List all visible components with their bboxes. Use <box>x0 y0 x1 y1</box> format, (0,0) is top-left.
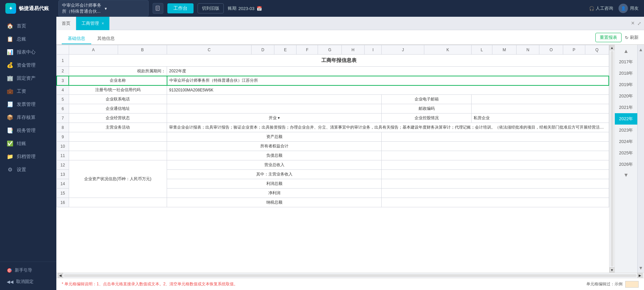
avatar: 👤 <box>619 4 628 13</box>
sidebar-label-tax: 税务管理 <box>17 128 36 134</box>
v-scroll-track[interactable] <box>611 51 613 267</box>
tax-value[interactable] <box>382 198 609 207</box>
col-header-k: K <box>424 45 472 55</box>
table-row: 9 资产总额 <box>57 132 609 142</box>
sidebar-item-settings[interactable]: ⚙ 设置 <box>0 163 56 176</box>
window-close-icon[interactable]: × <box>631 20 635 27</box>
support-button[interactable]: 🎧 人工咨询 <box>589 5 613 11</box>
table-row: 16 纳税总额 <box>57 198 609 207</box>
sidebar-item-home[interactable]: 🏠 首页 <box>0 19 56 32</box>
sub-tab-basic-label: 基础信息 <box>68 36 85 41</box>
holding-value-cell[interactable]: 私营企业 <box>471 114 609 123</box>
workbench-button[interactable]: 工作台 <box>167 3 194 13</box>
row-num-14: 14 <box>57 179 69 189</box>
status-value-cell[interactable]: 开业 ▾ <box>167 114 382 123</box>
tab-close-icon[interactable]: × <box>102 21 104 26</box>
tab-business-management[interactable]: 工商管理 × <box>76 17 110 30</box>
sidebar-item-finance[interactable]: 💰 资金管理 <box>0 59 56 72</box>
year-item-2025[interactable]: 2025年 <box>615 147 637 159</box>
guide-icon: 🎯 <box>7 268 12 273</box>
business-value-cell[interactable]: 审查企业会计报表；出具审计报告；验证企业资本；出具验资报告；办理企业合并、分立、… <box>167 123 609 132</box>
doc-icon[interactable] <box>153 3 163 14</box>
liab-spacer-cell <box>69 151 167 160</box>
liabilities-value[interactable] <box>382 151 609 160</box>
h-scroll-track[interactable] <box>64 274 637 277</box>
tax-icon: 📑 <box>7 127 13 134</box>
pin-icon: ◀◀ <box>7 279 13 284</box>
year-item-2022[interactable]: 2022年 <box>615 113 637 125</box>
sub-tab-other[interactable]: 其他信息 <box>91 33 121 44</box>
v-scroll-up[interactable]: ▲ <box>609 45 615 50</box>
sidebar-item-invoice[interactable]: 🧾 发票管理 <box>0 98 56 111</box>
year-item-2026[interactable]: 2026年 <box>615 159 637 170</box>
email-value-cell[interactable] <box>471 95 609 104</box>
main-revenue-value[interactable] <box>382 170 609 179</box>
company-name-cell[interactable]: 中审众环会计师事务所（特殊普通合伙）江苏分所 <box>167 76 609 85</box>
h-scroll-left[interactable]: ◀ <box>58 273 63 278</box>
calendar-icon[interactable]: 📅 <box>257 6 262 11</box>
h-scroll-right[interactable]: ▶ <box>637 273 643 278</box>
year-item-2020[interactable]: 2020年 <box>615 90 637 102</box>
sub-tab-basic[interactable]: 基础信息 <box>62 33 91 44</box>
year-item-2018[interactable]: 2018年 <box>615 68 637 79</box>
sidebar-label-payroll: 工资 <box>17 88 26 94</box>
collapse-up-arrow[interactable]: ▲ <box>638 45 644 54</box>
company-selector[interactable]: 中审众环会计师事务所（特殊普通合伙... ▾ <box>58 0 149 16</box>
company-label-cell: 企业名称 <box>69 76 167 85</box>
user-area[interactable]: 👤 用友 <box>619 4 639 13</box>
col-header-i: I <box>364 45 381 55</box>
phone-value-cell[interactable] <box>167 95 382 104</box>
sidebar-item-inventory[interactable]: 📦 库存核算 <box>0 111 56 124</box>
tab-home[interactable]: 首页 <box>56 17 76 30</box>
table-row: 7 企业经营状态 开业 ▾ 企业控股情况 私营企业 <box>57 114 609 123</box>
reg-label-cell: 注册号/统一社会信用代码 <box>69 85 167 95</box>
sidebar-item-close[interactable]: ✅ 结账 <box>0 137 56 150</box>
sidebar-item-tax[interactable]: 📑 税务管理 <box>0 124 56 137</box>
period-value-cell[interactable]: 2022年度 <box>167 67 609 76</box>
report-icon: 📊 <box>7 49 13 55</box>
edit-example-label: 单元格编辑过：示例 <box>586 281 623 287</box>
old-version-button[interactable]: 切到旧版 <box>198 3 224 13</box>
refresh-button[interactable]: ↻ 刷新 <box>625 34 639 41</box>
v-scroll-down[interactable]: ▼ <box>609 267 615 273</box>
refresh-icon: ↻ <box>625 35 629 40</box>
address-value-cell[interactable] <box>167 104 382 114</box>
reg-value-cell[interactable]: 91320100MA208E5W6K <box>167 85 609 95</box>
sidebar-item-payroll[interactable]: 💼 工资 <box>0 85 56 98</box>
year-item-2023[interactable]: 2023年 <box>615 125 637 136</box>
row-num-6: 6 <box>57 104 69 114</box>
postcode-value-cell[interactable] <box>471 104 609 114</box>
year-panel: ▲ 2017年 2018年 2019年 2020年 2021年 2022年 20… <box>614 45 637 273</box>
window-expand-icon[interactable]: ⤢ <box>637 21 641 26</box>
company-dropdown-icon: ▾ <box>105 6 145 11</box>
sidebar-item-assets[interactable]: 🏢 固定资产 <box>0 72 56 85</box>
year-item-2024[interactable]: 2024年 <box>615 136 637 147</box>
sidebar-item-archive[interactable]: 📁 归档管理 <box>0 150 56 163</box>
reset-report-button[interactable]: 重置报表 <box>595 33 622 42</box>
year-item-2019[interactable]: 2019年 <box>615 79 637 90</box>
year-nav-down[interactable]: ▼ <box>615 170 637 180</box>
sidebar-item-reports[interactable]: 📊 报表中心 <box>0 46 56 59</box>
year-item-2017[interactable]: 2017年 <box>615 56 637 68</box>
sidebar-label-assets: 固定资产 <box>17 75 36 81</box>
net-profit-value[interactable] <box>382 189 609 198</box>
unpin-label: 取消固定 <box>16 279 34 285</box>
sidebar-item-guide[interactable]: 🎯 新手引导 <box>0 265 56 276</box>
sidebar-label-invoice: 发票管理 <box>17 101 36 107</box>
spreadsheet[interactable]: A B C D E F G H I J <box>56 45 609 273</box>
sidebar-item-ledger[interactable]: 📋 总账 <box>0 32 56 46</box>
year-nav-up[interactable]: ▲ <box>615 46 637 56</box>
top-header: ✦ 畅捷通易代账 中审众环会计师事务所（特殊普通合伙... ▾ 工作台 切到旧版… <box>0 0 644 17</box>
year-item-2021[interactable]: 2021年 <box>615 102 637 113</box>
tax-spacer-cell <box>69 198 167 207</box>
revenue-value[interactable] <box>382 160 609 170</box>
row-num-16: 16 <box>57 198 69 207</box>
collapse-down-arrow[interactable]: ▼ <box>638 263 644 273</box>
sidebar-item-unpin[interactable]: ◀◀ 取消固定 <box>0 276 56 287</box>
equity-value[interactable] <box>382 142 609 151</box>
total-assets-value[interactable] <box>382 132 609 142</box>
total-profit-value[interactable] <box>382 179 609 189</box>
main-revenue-label: 其中：主营业务收入 <box>167 170 382 179</box>
finance-icon: 💰 <box>7 62 13 68</box>
title-cell[interactable]: 工商年报信息表 <box>69 55 609 67</box>
